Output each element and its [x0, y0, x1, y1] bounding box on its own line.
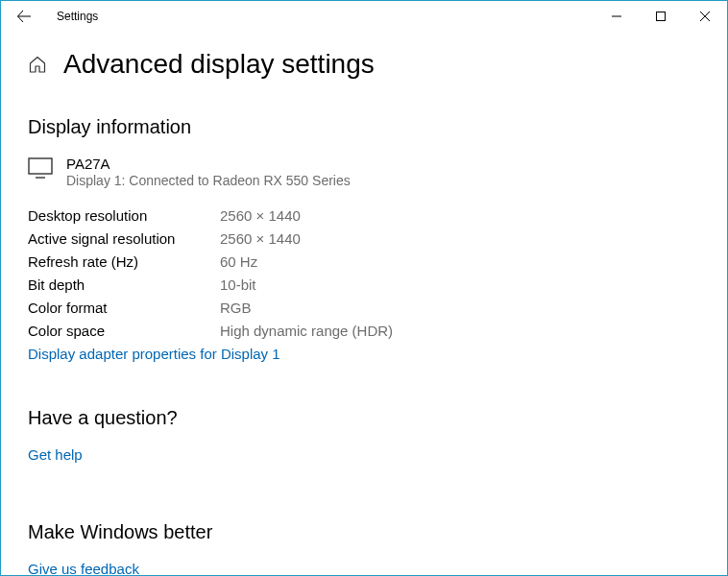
titlebar-left: Settings: [9, 1, 98, 32]
prop-row: Refresh rate (Hz) 60 Hz: [28, 253, 700, 270]
content-area: Advanced display settings Display inform…: [1, 32, 727, 576]
display-summary: PA27A Display 1: Connected to Radeon RX …: [28, 156, 700, 188]
prop-row: Bit depth 10-bit: [28, 276, 700, 293]
prop-value: High dynamic range (HDR): [220, 323, 393, 339]
prop-value: 10-bit: [220, 276, 256, 293]
close-icon: [700, 12, 710, 21]
svg-rect-0: [657, 12, 666, 21]
prop-value: 60 Hz: [220, 253, 257, 270]
svg-rect-1: [29, 158, 52, 174]
get-help-link[interactable]: Get help: [28, 446, 83, 463]
question-heading: Have a question?: [28, 407, 700, 429]
prop-row: Active signal resolution 2560 × 1440: [28, 230, 700, 247]
display-text: PA27A Display 1: Connected to Radeon RX …: [66, 156, 351, 188]
prop-row: Color format RGB: [28, 300, 700, 316]
home-icon[interactable]: [28, 55, 47, 74]
prop-label: Desktop resolution: [28, 207, 220, 224]
page-title: Advanced display settings: [63, 49, 375, 80]
page-header: Advanced display settings: [28, 49, 700, 80]
display-info-heading: Display information: [28, 116, 700, 138]
prop-label: Color space: [28, 323, 220, 339]
prop-row: Desktop resolution 2560 × 1440: [28, 207, 700, 224]
prop-label: Active signal resolution: [28, 230, 220, 247]
minimize-button[interactable]: [595, 1, 639, 32]
prop-value: 2560 × 1440: [220, 207, 301, 224]
close-button[interactable]: [683, 1, 727, 32]
display-name: PA27A: [66, 156, 351, 172]
minimize-icon: [612, 12, 621, 21]
adapter-properties-link[interactable]: Display adapter properties for Display 1: [28, 346, 280, 362]
maximize-button[interactable]: [639, 1, 683, 32]
maximize-icon: [656, 12, 666, 21]
prop-row: Color space High dynamic range (HDR): [28, 323, 700, 339]
window-controls: [595, 1, 727, 32]
display-properties: Desktop resolution 2560 × 1440 Active si…: [28, 207, 700, 339]
prop-value: RGB: [220, 300, 252, 316]
display-connection: Display 1: Connected to Radeon RX 550 Se…: [66, 173, 351, 188]
back-arrow-icon: [16, 9, 32, 24]
prop-label: Color format: [28, 300, 220, 316]
prop-label: Refresh rate (Hz): [28, 253, 220, 270]
titlebar: Settings: [1, 1, 727, 32]
give-feedback-link[interactable]: Give us feedback: [28, 561, 139, 576]
back-button[interactable]: [9, 1, 39, 32]
feedback-heading: Make Windows better: [28, 521, 700, 543]
prop-label: Bit depth: [28, 276, 220, 293]
monitor-icon: [28, 157, 53, 182]
app-title: Settings: [57, 10, 98, 23]
prop-value: 2560 × 1440: [220, 230, 301, 247]
